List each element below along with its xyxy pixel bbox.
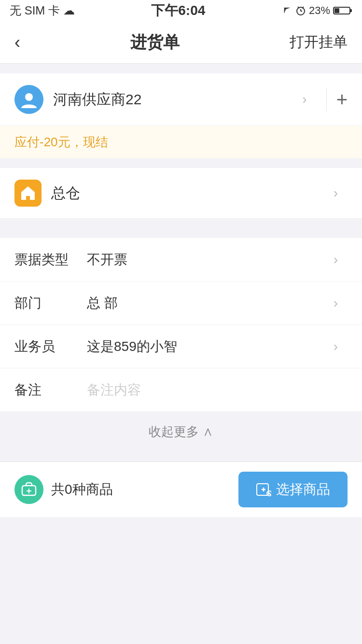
battery-icon [333,6,352,15]
department-chevron-icon: › [334,295,338,311]
status-right: 23% [282,4,352,17]
svg-rect-7 [350,9,352,12]
section-gap-1 [0,64,362,73]
add-button[interactable]: + [336,90,348,109]
warehouse-icon [14,180,42,207]
supplier-avatar [14,85,43,114]
department-label: 部门 [14,294,82,312]
section-gap-3 [0,219,362,228]
warehouse-chevron-icon: › [334,185,338,201]
remark-label: 备注 [14,381,82,399]
department-value: 总 部 [82,294,334,312]
form-section: 票据类型 不开票 › 部门 总 部 › 业务员 这是859的小智 › 备注 备注… [0,238,362,412]
user-icon [19,90,39,109]
warehouse-row[interactable]: 总仓 › [0,168,362,219]
remark-row[interactable]: 备注 备注内容 [0,368,362,412]
product-count-area: 共0种商品 [14,475,113,504]
supplier-name: 河南供应商22 [53,90,302,110]
back-button[interactable]: ‹ [14,32,20,53]
notice-text: 应付-20元，现结 [14,135,108,149]
supplier-section: 河南供应商22 › + 应付-20元，现结 [0,73,362,158]
sim-status: 无 SIM 卡 ☁ [10,3,75,18]
status-bar: 无 SIM 卡 ☁ 下午6:04 23% [0,0,362,21]
house-icon [19,184,37,202]
collapse-label: 收起更多 ∧ [149,424,213,439]
alarm-icon [295,5,306,16]
invoice-type-row[interactable]: 票据类型 不开票 › [0,238,362,281]
invoice-type-value: 不开票 [82,251,334,269]
location-icon [282,5,292,16]
warehouse-name: 总仓 [51,183,334,203]
status-time: 下午6:04 [151,1,205,20]
page-title: 进货单 [130,31,180,54]
collapse-button[interactable]: 收起更多 ∧ [0,412,362,452]
salesperson-row[interactable]: 业务员 这是859的小智 › [0,325,362,368]
select-product-label: 选择商品 [276,480,330,499]
invoice-type-label: 票据类型 [14,251,82,269]
supplier-chevron-icon: › [302,92,306,107]
remark-value[interactable]: 备注内容 [82,381,348,399]
nav-bar: ‹ 进货单 打开挂单 [0,21,362,64]
battery-text: 23% [309,4,330,17]
section-gap-2 [0,158,362,168]
status-left: 无 SIM 卡 ☁ [10,3,75,18]
select-product-button[interactable]: 选择商品 [238,472,348,507]
supplier-row[interactable]: 河南供应商22 › + [0,73,362,126]
department-row[interactable]: 部门 总 部 › [0,281,362,325]
cart-icon [20,481,38,498]
salesperson-chevron-icon: › [334,339,338,354]
bottom-bar: 共0种商品 选择商品 [0,462,362,517]
svg-point-8 [25,93,33,101]
salesperson-value: 这是859的小智 [82,337,334,356]
svg-rect-6 [334,8,339,13]
divider [326,87,327,112]
invoice-type-chevron-icon: › [334,252,338,267]
open-pending-button[interactable]: 打开挂单 [290,32,348,52]
salesperson-label: 业务员 [14,337,82,356]
product-icon [14,475,43,504]
product-count-text: 共0种商品 [51,480,113,499]
select-product-icon [256,482,271,497]
notice-row: 应付-20元，现结 [0,126,362,158]
